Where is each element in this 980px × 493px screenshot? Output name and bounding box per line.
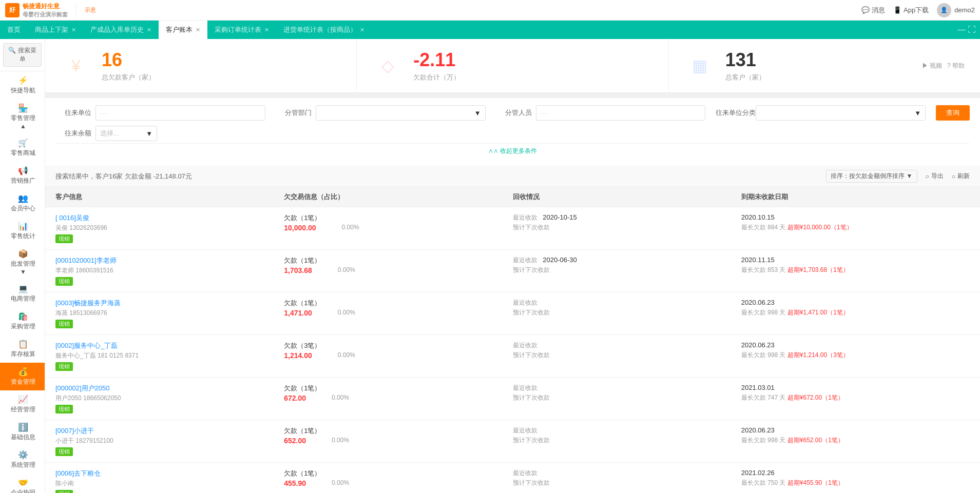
filter-balance: 往来余额 选择... ▼ xyxy=(55,126,970,141)
sidebar-item-operations[interactable]: 📈 经营管理 xyxy=(0,390,45,418)
tab-purchase-close[interactable]: ✕ xyxy=(264,27,269,33)
debt-count-4: 欠款（1笔） xyxy=(284,384,512,393)
next-payment-3: 预计下次收款 xyxy=(513,351,741,360)
tab-customer-account[interactable]: 客户账本 ✕ xyxy=(159,21,207,39)
refresh-btn[interactable]: ○ 刷新 xyxy=(952,172,970,181)
tab-minimize-icon[interactable]: — xyxy=(957,25,966,34)
customer-name-2[interactable]: [0003]畅捷服务尹海蒸 xyxy=(55,299,284,308)
help-btn[interactable]: ? 帮助 xyxy=(947,62,965,70)
total-customers-text: 131 总客户（家） xyxy=(725,49,765,82)
sidebar-item-member[interactable]: 👥 会员中心 xyxy=(0,189,45,217)
customer-contact-0: 吴俊 13026203696 xyxy=(55,224,284,232)
latest-payment-1: 最近收款 2020-06-30 xyxy=(513,256,741,265)
table-row: [0003]畅捷服务尹海蒸 海蒸 18513066976 现销 欠款（1笔） 1… xyxy=(45,292,980,335)
brand-link[interactable]: 示意 xyxy=(85,6,96,14)
person-label: 分管人员 xyxy=(496,108,532,117)
overdue-link-5[interactable]: 超期¥652.00（1笔） xyxy=(787,437,844,444)
date-col-5: 2020.06.23 最长欠款 998 天 超期¥652.00（1笔） xyxy=(741,426,970,445)
sidebar-item-retail-stats[interactable]: 📊 零售统计 xyxy=(0,217,45,245)
debt-percent-2: 0.00% xyxy=(338,309,355,316)
query-button[interactable]: 查询 xyxy=(936,105,970,121)
sort-select[interactable]: 排序：按欠款金额倒序排序 ▼ xyxy=(826,170,917,183)
customer-name-1[interactable]: [0001020001]李老师 xyxy=(55,256,284,265)
tab-import-stat[interactable]: 进货单统计表（按商品） ✕ xyxy=(276,21,372,39)
overdue-link-4[interactable]: 超期¥672.00（1笔） xyxy=(787,394,844,401)
sidebar-item-enterprise[interactable]: 🤝 企业协同 xyxy=(0,474,45,493)
top-bar-right: 💬 消息 📱 App下载 👤 demo2 xyxy=(861,3,975,17)
sidebar-item-retail-mall[interactable]: 🛒 零售商城 xyxy=(0,134,45,162)
customer-contact-1: 李老师 18600391516 xyxy=(55,266,284,275)
customer-name-5[interactable]: [0007]小进干 xyxy=(55,426,284,436)
operations-icon: 📈 xyxy=(2,395,45,404)
search-menu-btn[interactable]: 🔍 搜索菜单 xyxy=(3,43,42,67)
sidebar-item-ecommerce[interactable]: 💻 电商管理 xyxy=(0,280,45,307)
export-btn[interactable]: ○ 导出 xyxy=(926,172,944,181)
tab-production-close[interactable]: ✕ xyxy=(147,27,151,33)
sidebar-item-basic-info[interactable]: ℹ️ 基础信息 xyxy=(0,418,45,446)
tab-production-label: 产成品入库单历史 xyxy=(90,25,144,34)
person-input[interactable]: ··· xyxy=(536,105,706,121)
sidebar-item-inventory[interactable]: 📋 库存核算 xyxy=(0,335,45,363)
customer-name-0[interactable]: [ 0016]吴俊 xyxy=(55,213,284,223)
dept-select[interactable]: ▼ xyxy=(316,105,486,121)
download-icon: 📱 xyxy=(893,6,901,14)
tab-import-stat-close[interactable]: ✕ xyxy=(360,27,364,33)
batch-mgmt-arrow: ▼ xyxy=(2,268,45,275)
tab-production[interactable]: 产成品入库单历史 ✕ xyxy=(83,21,159,39)
debt-amount-4: 672.00 xyxy=(284,394,306,402)
collapse-filter-btn[interactable]: ∧∧ 收起更多条件 xyxy=(55,143,970,159)
sidebar-item-retail-mgmt[interactable]: 🏪 零售管理 ▲ xyxy=(0,99,45,134)
table-row: [0002]服务中心_丁磊 服务中心_丁磊 181 0125 8371 现销 欠… xyxy=(45,335,980,378)
sidebar-item-batch-mgmt[interactable]: 📦 批发管理 ▼ xyxy=(0,245,45,280)
balance-select[interactable]: 选择... ▼ xyxy=(95,126,157,141)
date-col-6: 2021.02.26 最长欠款 750 天 超期¥455.90（1笔） xyxy=(741,469,970,487)
retail-mgmt-arrow: ▲ xyxy=(20,123,26,130)
debt-percent-0: 0.00% xyxy=(342,224,359,231)
user-avatar-area[interactable]: 👤 demo2 xyxy=(937,3,975,17)
tab-products[interactable]: 商品上下架 ✕ xyxy=(28,21,83,39)
customer-name-3[interactable]: [0002]服务中心_丁磊 xyxy=(55,341,284,350)
customer-contact-4: 用户2050 18665062050 xyxy=(55,394,284,403)
debt-col-6: 欠款（1笔） 455.90 0.00% xyxy=(284,469,512,487)
app-logo: 好 xyxy=(5,3,20,17)
customer-tag-4: 现销 xyxy=(55,405,73,413)
debt-amount-2: 1,471.00 xyxy=(284,309,312,317)
member-label: 会员中心 xyxy=(2,204,45,213)
tab-home[interactable]: 首页 xyxy=(0,21,28,39)
latest-payment-5: 最近收款 xyxy=(513,426,741,435)
debt-total-icon: ◇ xyxy=(372,50,403,81)
debt-total-label: 欠款合计（万） xyxy=(413,73,460,82)
customer-contact-6: 陈小南 xyxy=(55,479,284,488)
operations-label: 经营管理 xyxy=(2,405,45,414)
home-tab-label: 首页 xyxy=(7,25,21,34)
enterprise-icon: 🤝 xyxy=(2,478,45,487)
video-btn[interactable]: ▶ 视频 xyxy=(922,62,942,70)
sidebar-item-marketing[interactable]: 📢 营销推广 xyxy=(0,162,45,189)
overdue-link-6[interactable]: 超期¥455.90（1笔） xyxy=(787,479,844,486)
date-col-0: 2020.10.15 最长欠款 884 天 超期¥10,000.00（1笔） xyxy=(741,213,970,232)
overdue-link-1[interactable]: 超期¥1,703.68（1笔） xyxy=(787,266,849,273)
collapse-icon: ∧∧ xyxy=(488,147,498,154)
overdue-link-0[interactable]: 超期¥10,000.00（1笔） xyxy=(787,224,853,231)
dept-label: 分管部门 xyxy=(276,108,312,117)
tab-products-close[interactable]: ✕ xyxy=(71,27,76,33)
sidebar-item-quick-nav[interactable]: ⚡ 快捷导航 xyxy=(0,71,45,99)
tab-purchase[interactable]: 采购订单统计表 ✕ xyxy=(207,21,276,39)
tab-expand-icon[interactable]: ⛶ xyxy=(968,25,976,34)
message-btn[interactable]: 💬 消息 xyxy=(861,6,885,15)
sidebar-item-finance[interactable]: 💰 资金管理 xyxy=(0,363,45,390)
debt-col-3: 欠款（3笔） 1,214.00 0.00% xyxy=(284,341,512,360)
header-date: 到期未收款日期 xyxy=(741,192,970,202)
overdue-link-3[interactable]: 超期¥1,214.00（3笔） xyxy=(787,351,849,359)
recovery-col-4: 最近收款 预计下次收款 xyxy=(513,384,741,402)
sidebar-item-purchase[interactable]: 🛍️ 采购管理 xyxy=(0,307,45,335)
customer-name-4[interactable]: [000002]用户2050 xyxy=(55,384,284,393)
sidebar-item-system[interactable]: ⚙️ 系统管理 xyxy=(0,446,45,474)
from-unit-input[interactable]: ··· xyxy=(95,105,265,121)
download-btn[interactable]: 📱 App下载 xyxy=(893,6,929,15)
customer-name-6[interactable]: [0006]去下粮仓 xyxy=(55,469,284,478)
retail-stats-icon: 📊 xyxy=(2,221,45,231)
unit-class-select[interactable]: ▼ xyxy=(756,105,926,121)
tab-customer-account-close[interactable]: ✕ xyxy=(196,27,200,33)
overdue-link-2[interactable]: 超期¥1,471.00（1笔） xyxy=(787,309,849,316)
